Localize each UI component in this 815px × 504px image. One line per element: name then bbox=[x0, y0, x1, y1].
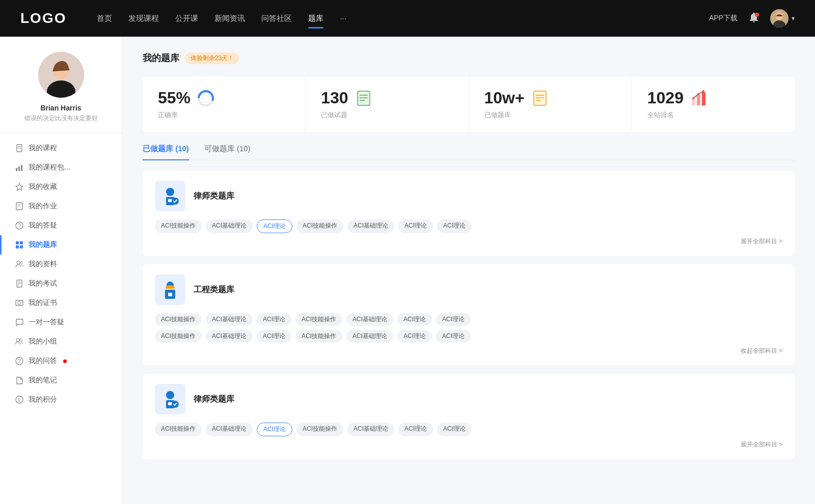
bank-tags-engineer-row2: ACI技能操作 ACI基础理论 ACI理论 ACI技能操作 ACI基础理论 AC… bbox=[155, 330, 782, 343]
eng-tag-4[interactable]: ACI基础理论 bbox=[346, 313, 393, 326]
lawyer-icon bbox=[155, 181, 185, 211]
eng-tag-13[interactable]: ACI理论 bbox=[436, 330, 471, 343]
eng-tag-1[interactable]: ACI基础理论 bbox=[206, 313, 253, 326]
eng-tag-0[interactable]: ACI技能操作 bbox=[155, 313, 202, 326]
profile-name: Brian Harris bbox=[40, 104, 81, 112]
sidebar-item-points[interactable]: § 我的积分 bbox=[0, 390, 122, 409]
tag-4[interactable]: ACI基础理论 bbox=[347, 219, 394, 233]
tag-3[interactable]: ACI技能操作 bbox=[296, 219, 343, 233]
stat-done-questions: 130 已做试题 bbox=[306, 76, 469, 132]
tag-5[interactable]: ACI理论 bbox=[398, 219, 433, 233]
sidebar-item-qa[interactable]: ? 我的答疑 bbox=[0, 216, 122, 235]
sidebar-item-group[interactable]: 我的小组 bbox=[0, 332, 122, 351]
sidebar-item-notes[interactable]: 我的笔记 bbox=[0, 371, 122, 390]
group-icon bbox=[15, 338, 23, 346]
notification-icon[interactable] bbox=[748, 11, 760, 25]
l2-tag-4[interactable]: ACI基础理论 bbox=[347, 423, 394, 436]
sidebar-item-question[interactable]: ? 我的问答 bbox=[0, 351, 122, 371]
l2-tag-0[interactable]: ACI技能操作 bbox=[155, 423, 202, 436]
page-title: 我的题库 bbox=[143, 52, 179, 64]
eng-tag-5[interactable]: ACI理论 bbox=[397, 313, 432, 326]
eng-tag-10[interactable]: ACI技能操作 bbox=[295, 330, 342, 343]
bank-tags-lawyer-2: ACI技能操作 ACI基础理论 ACI理论 ACI技能操作 ACI基础理论 AC… bbox=[155, 423, 782, 436]
bank-card-lawyer-2: 律师类题库 ACI技能操作 ACI基础理论 ACI理论 ACI技能操作 ACI基… bbox=[143, 374, 795, 459]
score-icon: § bbox=[15, 396, 23, 404]
stat-done-questions-label: 已做试题 bbox=[321, 110, 347, 120]
l2-tag-1[interactable]: ACI基础理论 bbox=[206, 423, 253, 436]
svg-point-63 bbox=[166, 391, 174, 399]
main-content: 我的题库 体验剩余23天！ 55% bbox=[122, 37, 815, 504]
expand-link-3[interactable]: 展开全部科目 > bbox=[155, 440, 782, 449]
stat-done-banks-label: 已做题库 bbox=[484, 110, 511, 120]
nav-news[interactable]: 新闻资讯 bbox=[214, 12, 245, 25]
svg-rect-19 bbox=[16, 241, 19, 244]
stat-rank: 1029 bbox=[632, 76, 795, 132]
sidebar-item-cert[interactable]: 我的证书 bbox=[0, 293, 122, 313]
eng-tag-11[interactable]: ACI基础理论 bbox=[346, 330, 393, 343]
note-yellow-icon bbox=[531, 89, 549, 107]
file-icon bbox=[15, 144, 23, 152]
eng-tag-9[interactable]: ACI理论 bbox=[257, 330, 291, 343]
tab-done[interactable]: 已做题库 (10) bbox=[143, 144, 189, 160]
l2-tag-2-selected[interactable]: ACI理论 bbox=[257, 423, 292, 436]
eng-tag-12[interactable]: ACI理论 bbox=[397, 330, 432, 343]
expand-link-1[interactable]: 展开全部科目 > bbox=[155, 237, 782, 246]
qmark-icon: ? bbox=[15, 357, 23, 365]
tabs-row: 已做题库 (10) 可做题库 (10) bbox=[143, 144, 795, 160]
sidebar-item-course-pkg[interactable]: 我的课程包... bbox=[0, 158, 122, 177]
svg-rect-11 bbox=[18, 166, 20, 171]
bank-tags-engineer-row1: ACI技能操作 ACI基础理论 ACI理论 ACI技能操作 ACI基础理论 AC… bbox=[155, 313, 782, 326]
eng-tag-3[interactable]: ACI技能操作 bbox=[295, 313, 342, 326]
l2-tag-6[interactable]: ACI理论 bbox=[437, 423, 472, 436]
eng-tag-7[interactable]: ACI技能操作 bbox=[155, 330, 202, 343]
navbar-right: APP下载 ▾ bbox=[709, 9, 795, 27]
sidebar-item-one-on-one[interactable]: 一对一答疑 bbox=[0, 313, 122, 332]
eng-tag-6[interactable]: ACI理论 bbox=[436, 313, 471, 326]
svg-point-56 bbox=[166, 188, 174, 196]
svg-point-23 bbox=[17, 261, 20, 264]
stat-accuracy: 55% 正确率 bbox=[143, 76, 306, 132]
stat-accuracy-top: 55% bbox=[158, 89, 215, 107]
stats-row: 55% 正确率 130 bbox=[143, 76, 795, 132]
expand-link-2[interactable]: 收起全部科目 > bbox=[155, 347, 782, 355]
svg-rect-58 bbox=[168, 199, 172, 202]
nav-qa[interactable]: 问答社区 bbox=[261, 12, 292, 25]
svg-rect-22 bbox=[20, 245, 23, 248]
nav-discover[interactable]: 发现课程 bbox=[128, 12, 159, 25]
l2-tag-5[interactable]: ACI理论 bbox=[398, 423, 433, 436]
bank-card-engineer: 工程类题库 ACI技能操作 ACI基础理论 ACI理论 ACI技能操作 ACI基… bbox=[143, 264, 795, 366]
sidebar-item-material[interactable]: 我的资料 bbox=[0, 255, 122, 274]
l2-tag-3[interactable]: ACI技能操作 bbox=[296, 423, 343, 436]
stat-accuracy-value: 55% bbox=[158, 89, 191, 107]
svg-rect-62 bbox=[168, 293, 172, 296]
tag-6[interactable]: ACI理论 bbox=[437, 219, 472, 233]
tag-2-selected[interactable]: ACI理论 bbox=[257, 219, 292, 233]
sidebar-item-exam[interactable]: 我的考试 bbox=[0, 274, 122, 293]
stat-rank-top: 1029 bbox=[647, 89, 708, 107]
tag-0[interactable]: ACI技能操作 bbox=[155, 219, 202, 233]
nav-bank[interactable]: 题库 bbox=[308, 12, 323, 25]
tag-1[interactable]: ACI基础理论 bbox=[206, 219, 253, 233]
tab-available[interactable]: 可做题库 (10) bbox=[204, 144, 251, 160]
svg-marker-13 bbox=[16, 183, 23, 190]
content-scroll: 我的题库 体验剩余23天！ 55% bbox=[143, 52, 795, 467]
star-icon bbox=[15, 183, 23, 191]
bank-card-engineer-header: 工程类题库 bbox=[155, 274, 782, 305]
eng-tag-2[interactable]: ACI理论 bbox=[257, 313, 291, 326]
pie-chart-icon bbox=[197, 89, 215, 107]
sidebar-item-homework[interactable]: 我的作业 bbox=[0, 197, 122, 216]
nav-home[interactable]: 首页 bbox=[97, 12, 112, 25]
people-icon bbox=[15, 260, 23, 268]
stat-accuracy-label: 正确率 bbox=[158, 110, 178, 120]
red-dot-indicator bbox=[63, 359, 67, 363]
eng-tag-8[interactable]: ACI基础理论 bbox=[206, 330, 253, 343]
sidebar-item-course[interactable]: 我的课程 bbox=[0, 138, 122, 158]
nav-open-course[interactable]: 公开课 bbox=[175, 12, 198, 25]
user-avatar-menu[interactable]: ▾ bbox=[770, 9, 795, 27]
svg-rect-52 bbox=[702, 92, 705, 105]
nav-more[interactable]: ··· bbox=[340, 12, 346, 25]
app-download-link[interactable]: APP下载 bbox=[709, 14, 738, 23]
sidebar-item-favorites[interactable]: 我的收藏 bbox=[0, 177, 122, 197]
sidebar-item-bank[interactable]: 我的题库 bbox=[0, 235, 122, 255]
svg-point-0 bbox=[755, 13, 759, 17]
